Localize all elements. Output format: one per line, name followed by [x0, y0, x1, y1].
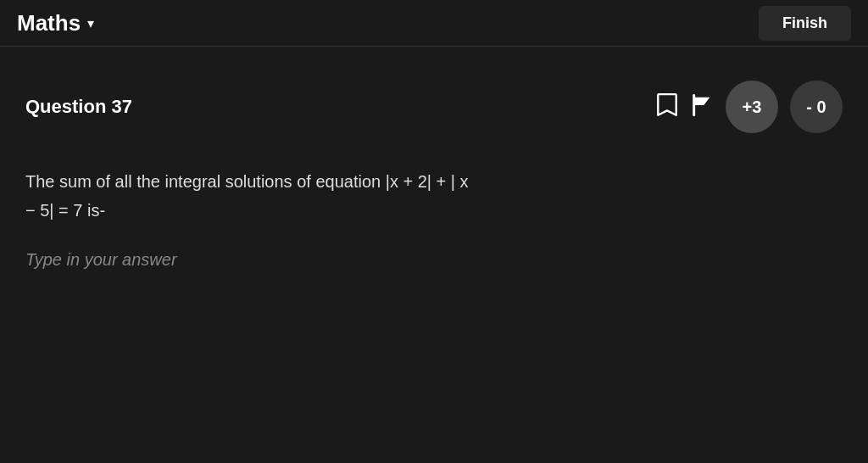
main-content: Question 37 +3 - 0 The sum of all t [0, 47, 868, 295]
question-header: Question 37 +3 - 0 [25, 81, 843, 133]
question-text-line1: The sum of all the integral solutions of… [25, 172, 469, 191]
header: Maths ▾ Finish [0, 0, 868, 47]
question-text: The sum of all the integral solutions of… [25, 167, 602, 225]
question-label: Question 37 [25, 96, 643, 118]
bookmark-icon[interactable] [656, 92, 678, 121]
header-left: Maths ▾ [17, 10, 94, 36]
positive-score-badge[interactable]: +3 [726, 81, 778, 133]
app-title: Maths [17, 10, 81, 36]
negative-score-badge[interactable]: - 0 [790, 81, 843, 133]
flag-icon[interactable] [690, 93, 714, 120]
chevron-down-icon[interactable]: ▾ [87, 15, 94, 31]
question-text-line2: − 5| = 7 is- [25, 201, 105, 220]
finish-button[interactable]: Finish [759, 6, 851, 41]
question-actions: +3 - 0 [656, 81, 843, 133]
answer-prompt[interactable]: Type in your answer [25, 250, 843, 270]
